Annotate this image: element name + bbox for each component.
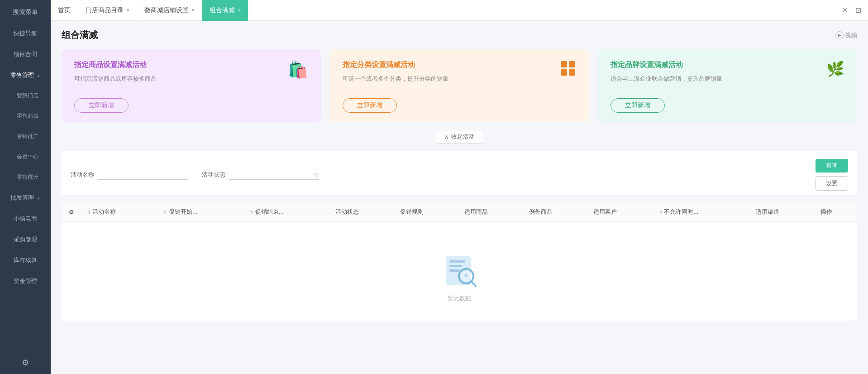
sidebar-item-retail-mgmt[interactable]: 零售管理 xyxy=(0,65,51,86)
filter-activity-status: 活动状态 ∨ xyxy=(202,170,320,180)
th-applicable-goods: 适用商品 xyxy=(460,202,524,222)
sidebar-item-xch-ecom[interactable]: 小畅电商 xyxy=(0,208,51,229)
sort-icon: ⇅ xyxy=(250,210,253,215)
collapse-btn[interactable]: ∧ 收起活动 xyxy=(436,130,483,144)
tab-close-store-catalog[interactable]: × xyxy=(126,7,129,14)
tab-close-wechat-store[interactable]: × xyxy=(191,7,195,14)
tab-close-combo-discount[interactable]: × xyxy=(238,7,241,14)
svg-rect-7 xyxy=(449,269,459,272)
empty-state-row: 暂无数据 xyxy=(62,222,857,321)
th-gear[interactable]: ⚙ xyxy=(62,202,81,222)
card-brand-btn[interactable]: 立即新增 xyxy=(610,98,665,113)
query-button[interactable]: 查询 xyxy=(816,159,848,173)
collapse-row: ∧ 收起活动 xyxy=(62,130,857,144)
table-body: 暂无数据 xyxy=(62,222,857,321)
gear-icon: ⚙ xyxy=(69,209,74,216)
svg-rect-2 xyxy=(561,69,567,76)
card-goods: 指定商品设置满减活动 🛍️ 可指定滞销商品或库存较多商品 立即新增 xyxy=(62,49,321,122)
tab-wechat-store[interactable]: 微商城店铺设置 × xyxy=(137,0,202,21)
card-category-desc: 可选一个或者多个分类，提升分类的销量 xyxy=(343,74,577,90)
window-close-icon[interactable]: ✕ xyxy=(840,6,849,15)
th-name[interactable]: ⇅ 活动名称 xyxy=(81,202,158,222)
card-brand-desc: 适合与上游企业联合做营销，提升品牌销量 xyxy=(610,74,844,90)
th-promo-start[interactable]: ⇅ 促销开始... xyxy=(158,202,244,222)
th-applicable-channel: 适用渠道 xyxy=(751,202,816,222)
tab-bar: 首页 门店商品目录 × 微商城店铺设置 × 组合满减 × ✕ ⊡ xyxy=(51,0,868,21)
sidebar-item-inventory[interactable]: 库存核算 xyxy=(0,250,51,271)
tab-store-catalog[interactable]: 门店商品目录 × xyxy=(78,0,137,21)
filter-buttons: 查询 设置 xyxy=(816,159,848,191)
th-operation: 操作 xyxy=(816,202,857,222)
svg-rect-1 xyxy=(569,61,575,67)
card-category-btn[interactable]: 立即新增 xyxy=(343,98,397,113)
card-brand-title: 指定品牌设置满减活动 xyxy=(610,60,844,70)
activity-status-select[interactable] xyxy=(229,170,320,180)
empty-icon xyxy=(437,249,482,294)
card-category-icon xyxy=(560,60,576,80)
card-goods-title: 指定商品设置满减活动 xyxy=(74,60,308,70)
filter-activity-name: 活动名称 xyxy=(71,170,188,180)
svg-rect-5 xyxy=(449,260,465,263)
window-resize-icon[interactable]: ⊡ xyxy=(854,6,863,15)
settings-button[interactable]: 设置 xyxy=(816,176,848,191)
th-exception-goods: 例外商品 xyxy=(525,202,589,222)
sidebar-settings-btn[interactable]: ⚙ xyxy=(0,351,51,374)
tab-home[interactable]: 首页 xyxy=(51,0,78,21)
svg-rect-6 xyxy=(449,265,462,267)
sort-icon: ⇅ xyxy=(87,210,91,215)
filter-activity-name-label: 活动名称 xyxy=(71,171,94,179)
card-brand-icon: 🌿 xyxy=(826,60,844,77)
sidebar-item-retail-mall[interactable]: 零售商城 xyxy=(0,106,51,126)
svg-point-11 xyxy=(464,273,468,277)
card-brand: 指定品牌设置满减活动 🌿 适合与上游企业联合做营销，提升品牌销量 立即新增 xyxy=(598,49,857,122)
th-applicable-customer: 适用客户 xyxy=(589,202,653,222)
page-title: 组合满减 xyxy=(62,29,98,41)
page-header: 组合满减 ▶ 视频 xyxy=(62,29,857,41)
card-category: 指定分类设置满减活动 可选一个或者多个分类，提升分类的销量 立即新增 xyxy=(330,49,589,122)
card-goods-btn[interactable]: 立即新增 xyxy=(74,98,129,113)
th-promo-rule: 促销规则 xyxy=(396,202,460,222)
page-content: 组合满减 ▶ 视频 指定商品设置满减活动 🛍️ 可指定滞销商品或库存较多商品 立… xyxy=(51,21,868,374)
filter-row: 活动名称 活动状态 ∨ 查询 设置 xyxy=(62,151,857,195)
gear-icon: ⚙ xyxy=(22,358,29,367)
sidebar-search[interactable]: 搜索菜单 xyxy=(0,0,51,23)
sidebar-item-smart-store[interactable]: 智慧门店 xyxy=(0,86,51,106)
card-goods-icon: 🛍️ xyxy=(288,60,308,79)
play-icon: ▶ xyxy=(835,31,844,39)
sidebar-item-quick-nav[interactable]: 快捷导航 xyxy=(0,23,51,44)
cards-row: 指定商品设置满减活动 🛍️ 可指定滞销商品或库存较多商品 立即新增 指定分类设置… xyxy=(62,49,857,122)
sidebar-search-label: 搜索菜单 xyxy=(13,8,38,15)
data-table: ⚙ ⇅ 活动名称 ⇅ 促销开始... ⇅ 促销结束... xyxy=(62,202,857,321)
main-area: 首页 门店商品目录 × 微商城店铺设置 × 组合满减 × ✕ ⊡ 组合满减 ▶ … xyxy=(51,0,868,374)
sidebar-item-member-center[interactable]: 会员中心 xyxy=(0,147,51,167)
tab-bar-controls: ✕ ⊡ xyxy=(840,6,868,15)
sort-icon: ⇅ xyxy=(163,210,167,215)
collapse-arrow-icon: ∧ xyxy=(444,134,449,140)
table-header-row: ⚙ ⇅ 活动名称 ⇅ 促销开始... ⇅ 促销结束... xyxy=(62,202,857,222)
data-table-wrap: ⚙ ⇅ 活动名称 ⇅ 促销开始... ⇅ 促销结束... xyxy=(62,202,857,321)
filter-activity-status-label: 活动状态 xyxy=(202,171,225,179)
th-not-concurrent[interactable]: ⇅ 不允许同时... xyxy=(653,202,752,222)
sidebar-item-retail-stats[interactable]: 零售统计 xyxy=(0,167,51,187)
sidebar: 搜索菜单 快捷导航 项目合同 零售管理 智慧门店 零售商城 营销推广 会员中心 … xyxy=(0,0,51,374)
svg-rect-0 xyxy=(561,61,567,67)
video-link[interactable]: ▶ 视频 xyxy=(835,31,857,39)
svg-line-10 xyxy=(471,281,476,286)
tab-combo-discount[interactable]: 组合满减 × xyxy=(202,0,248,21)
empty-text: 暂无数据 xyxy=(448,294,471,302)
card-goods-desc: 可指定滞销商品或库存较多商品 xyxy=(74,74,308,90)
empty-state: 暂无数据 xyxy=(62,222,857,321)
th-promo-end[interactable]: ⇅ 促销结束... xyxy=(244,202,331,222)
sidebar-item-purchase-mgmt[interactable]: 采购管理 xyxy=(0,229,51,250)
sidebar-item-project-contract[interactable]: 项目合同 xyxy=(0,44,51,65)
sort-icon: ⇅ xyxy=(659,210,663,215)
card-category-title: 指定分类设置满减活动 xyxy=(343,60,577,70)
filter-activity-status-wrap: ∨ xyxy=(229,170,320,180)
th-status: 活动状态 xyxy=(331,202,395,222)
svg-rect-3 xyxy=(569,69,575,76)
sidebar-item-wholesale-mgmt[interactable]: 批发管理 xyxy=(0,187,51,208)
sidebar-item-marketing[interactable]: 营销推广 xyxy=(0,126,51,147)
sidebar-item-finance-mgmt[interactable]: 资金管理 xyxy=(0,271,51,292)
activity-name-input[interactable] xyxy=(98,170,188,180)
